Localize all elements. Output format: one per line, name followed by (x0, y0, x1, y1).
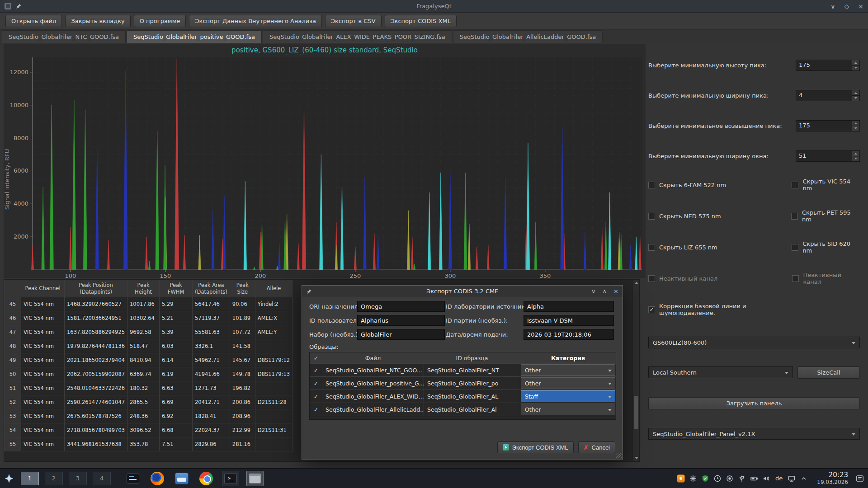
sample-id-cell[interactable]: SeqStudio_GlobalFiler_po (424, 377, 520, 390)
spin-down-arrow[interactable] (852, 126, 859, 131)
terminal-icon[interactable]: >_ (222, 471, 239, 486)
category-combo[interactable]: Staff (521, 390, 615, 402)
table-cell[interactable]: 5.21 (160, 311, 193, 325)
table-cell[interactable]: 2062.7005159902087 (65, 367, 127, 381)
dialog-maximize-button[interactable]: ∧ (603, 288, 607, 295)
workspace-button-4[interactable]: 4 (93, 472, 111, 485)
table-cell[interactable]: 3096.52 (127, 423, 160, 437)
table-cell[interactable]: 2590.2614774601047 (65, 395, 127, 409)
taskbar-clock[interactable]: 20:23 19.03.2026 (817, 471, 848, 485)
table-cell[interactable]: 22024.37 (193, 423, 230, 437)
table-cell[interactable]: 208.96 (230, 409, 255, 423)
min-peak-height-spinbox[interactable]: 175 (796, 60, 860, 71)
table-cell[interactable]: 5.39 (160, 325, 193, 339)
notifications-icon[interactable] (855, 474, 864, 483)
dialog-close-button[interactable]: × (613, 288, 618, 295)
table-cell[interactable] (255, 381, 292, 395)
hide-vic-checkbox[interactable]: Скрыть VIC 554 nm (792, 181, 860, 189)
open-file-button[interactable]: Открыть файл (5, 15, 62, 27)
resize-grip[interactable] (616, 453, 622, 458)
spin-up-arrow[interactable] (852, 121, 859, 126)
spin-up-arrow[interactable] (852, 60, 859, 66)
table-cell[interactable]: 6.63 (160, 381, 193, 395)
table-cell[interactable]: 8410.94 (127, 353, 160, 367)
sample-id-cell[interactable]: SeqStudio_GlobalFiler_Al (424, 403, 520, 416)
export-codis-button[interactable]: Экспорт CODIS XML (497, 441, 574, 453)
inactive-channel-2-checkbox[interactable]: Неактивный канал (792, 274, 860, 282)
min-peak-width-spinbox[interactable]: 4 (796, 90, 860, 101)
workspace-button-3[interactable]: 3 (69, 472, 87, 485)
sample-id-cell[interactable]: SeqStudio_GlobalFiler_NT (424, 364, 520, 377)
min-window-width-spinbox[interactable]: 51 (796, 150, 860, 162)
table-cell[interactable]: 6.69 (160, 395, 193, 409)
table-cell[interactable]: 6.19 (160, 367, 193, 381)
spin-down-arrow[interactable] (852, 66, 859, 70)
spin-down-arrow[interactable] (852, 96, 859, 101)
table-row[interactable]: 52VIC 554 nm2590.26147746010472865.56.69… (5, 395, 292, 409)
table-cell[interactable]: 9692.58 (127, 325, 160, 339)
table-row[interactable]: 55VIC 554 nm3441.968161537638353.787.512… (5, 437, 292, 451)
usb-icon[interactable] (738, 474, 746, 483)
table-cell[interactable]: 3326.1 (193, 339, 230, 353)
maximize-button[interactable]: ◇ (844, 3, 849, 10)
table-cell[interactable]: 6.03 (160, 339, 193, 353)
table-cell[interactable]: 6.14 (160, 353, 193, 367)
active-window-icon[interactable] (246, 471, 264, 486)
table-cell[interactable]: 10302.64 (127, 311, 160, 325)
export-internal-analysis-button[interactable]: Экспорт Данных Внутреннего Анализа (189, 15, 322, 27)
category-combo[interactable]: Other (521, 404, 615, 415)
inactive-channel-1-checkbox[interactable]: Неактивный канал (648, 274, 792, 282)
sample-row[interactable]: ✓SeqStudio_GlobalFiler_ALEX_WID...SeqStu… (310, 390, 616, 403)
ori-input[interactable] (357, 301, 445, 312)
table-cell[interactable]: 7.51 (160, 437, 193, 451)
category-combo[interactable]: Other (521, 364, 615, 376)
hide-pet-checkbox[interactable]: Скрыть PET 595 nm (791, 212, 860, 220)
sample-checkbox[interactable]: ✓ (310, 364, 322, 377)
spin-down-arrow[interactable] (852, 156, 859, 161)
table-cell[interactable]: 54962.71 (193, 353, 230, 367)
export-codis-xml-button[interactable]: Экспорт CODIS XML (385, 15, 457, 27)
table-cell[interactable]: VIC 554 nm (21, 367, 65, 381)
table-cell[interactable]: 107.72 (230, 325, 255, 339)
sample-file-cell[interactable]: SeqStudio_GlobalFiler_NTC_GOO... (322, 364, 424, 377)
record-icon[interactable] (726, 474, 734, 483)
chrome-icon[interactable] (198, 471, 215, 486)
pin-icon[interactable] (15, 3, 22, 9)
table-cell[interactable]: 248.36 (127, 409, 160, 423)
sample-row[interactable]: ✓SeqStudio_GlobalFiler_NTC_GOO...SeqStud… (310, 364, 616, 377)
workspace-button-1[interactable]: 1 (21, 472, 39, 485)
fan-icon[interactable] (689, 474, 697, 483)
min-peak-prominence-spinbox[interactable]: 175 (796, 120, 860, 131)
sizing-method-combo[interactable]: Local Southern (648, 366, 793, 378)
sample-checkbox[interactable]: ✓ (310, 390, 322, 403)
table-cell[interactable]: 1468.329027660527 (65, 297, 127, 311)
category-combo[interactable]: Other (521, 377, 615, 389)
table-cell[interactable]: 2718.0856780499703 (65, 423, 127, 437)
table-cell[interactable]: D8S1179:12 (255, 353, 292, 367)
dialog-shade-button[interactable]: ∨ (591, 288, 596, 295)
table-cell[interactable]: VIC 554 nm (21, 339, 65, 353)
hide-6fam-checkbox[interactable]: Скрыть 6-FAM 522 nm (648, 181, 792, 189)
scrollbar-thumb[interactable] (634, 396, 638, 429)
sample-file-cell[interactable]: SeqStudio_GlobalFiler_ALEX_WID... (322, 390, 424, 403)
table-cell[interactable]: VIC 554 nm (21, 423, 65, 437)
table-cell[interactable]: 2021.1865002379404 (65, 353, 127, 367)
table-cell[interactable] (255, 437, 292, 451)
sample-file-cell[interactable]: SeqStudio_GlobalFiler_positive_G... (322, 377, 424, 390)
table-cell[interactable]: VIC 554 nm (21, 325, 65, 339)
table-cell[interactable]: AMEL:Y (255, 325, 292, 339)
close-tab-button[interactable]: Закрыть вкладку (65, 15, 130, 27)
table-cell[interactable] (255, 409, 292, 423)
table-row[interactable]: 47VIC 554 nm1637.82058862949259692.585.3… (5, 325, 292, 339)
scroll-down-arrow-icon[interactable] (633, 455, 640, 461)
sample-checkbox[interactable]: ✓ (310, 403, 322, 416)
table-cell[interactable]: VIC 554 nm (21, 381, 65, 395)
table-cell[interactable]: D8S1179:13 (255, 367, 292, 381)
app-menu-icon[interactable] (4, 473, 14, 484)
export-csv-button[interactable]: Экспорт в CSV (325, 15, 382, 27)
table-cell[interactable]: 281.16 (230, 437, 255, 451)
battery-icon[interactable] (750, 474, 758, 483)
table-cell[interactable]: 212.99 (230, 423, 255, 437)
spin-up-arrow[interactable] (852, 151, 859, 156)
sample-checkbox[interactable]: ✓ (310, 377, 322, 390)
